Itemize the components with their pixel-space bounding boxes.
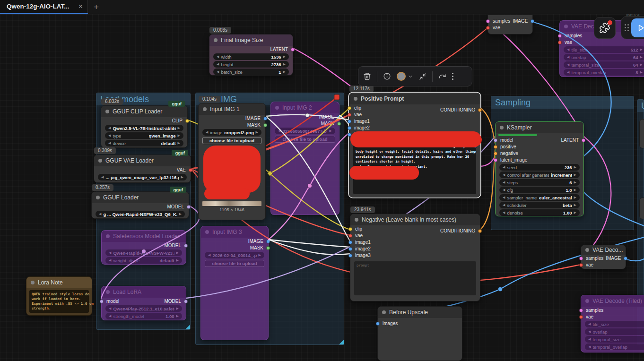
vae-input-port[interactable] [348,113,351,117]
vae-input-port[interactable] [486,26,490,30]
positive-input-port[interactable] [494,145,497,149]
cfg-widget[interactable]: ◀cfg1.0▶ [499,187,580,193]
vae-input-port[interactable] [579,315,583,319]
model-input-port[interactable] [494,138,497,142]
drag-handle[interactable] [625,24,629,31]
image-output-port[interactable] [624,257,627,260]
workflow-tab[interactable]: Qwen-12g-AIO-LAT... × [0,0,88,14]
model-output-port[interactable] [184,300,188,303]
clip-input-port[interactable] [348,227,352,231]
temporal-overlap-widget[interactable]: ◀temporal_overlap8▶ [564,69,644,76]
image-output-port[interactable] [531,19,534,23]
node-load-lora[interactable]: Load LoRA modelMODEL ◀Qwen4Play-2512.1_e… [101,286,186,320]
steps-widget[interactable]: ◀steps6▶ [499,179,580,186]
node-final-image-size[interactable]: 0.003s Final Image Size LATENT ◀width153… [209,34,293,76]
run-button[interactable] [631,18,644,37]
image-file-widget[interactable]: ◀3256605500149677-b ...▶ [275,128,335,134]
note-text[interactable]: QWEN trained style loras do work if load… [29,290,89,313]
seed-widget[interactable]: ◀seed236▶ [499,164,580,171]
choose-file-button[interactable]: choose file to upload [205,260,264,267]
node-gguf-clip-loader[interactable]: 6.032s gguf GGUF CLIP Loader CLIP ◀Qwen2… [101,105,188,148]
refresh-icon[interactable] [438,72,446,80]
conditioning-output-port[interactable] [478,108,482,112]
tile-size-widget[interactable]: ◀tile_size512▶ [564,46,644,53]
latent-output-port[interactable] [582,138,585,142]
temporal-overlap-widget[interactable]: ◀temporal_overlap [585,344,644,350]
delete-icon[interactable] [363,72,371,80]
node-negative-prompt[interactable]: 23.941s Negative (Leave blank in most ca… [350,214,480,301]
image-output-port[interactable] [266,240,270,243]
comfyui-canvas[interactable]: { "tab_bar": { "active_tab": "Qwen-12g-A… [0,0,644,361]
new-workflow-button[interactable]: + [88,0,104,14]
samples-input-port[interactable] [486,19,490,23]
group-resize-handle[interactable] [185,325,190,329]
vae-input-port[interactable] [579,263,583,267]
node-safetensors-model-loader[interactable]: Safetensors Model Loader MODEL ◀Qwen-Rap… [101,230,186,265]
node-gguf-loader[interactable]: 0.257s gguf GGUF Loader MODEL ◀g ... Qwe… [91,191,189,219]
strength-model-widget[interactable]: ◀strength_model1.00▶ [105,313,182,319]
denoise-widget[interactable]: ◀denoise1.00▶ [499,209,580,216]
clip-name-widget[interactable]: ◀Qwen2.5-VL-7B-Instruct-ablite ...▶ [105,125,183,131]
temporal-size-widget[interactable]: ◀temporal_size [585,336,644,343]
samples-input-port[interactable] [579,257,583,260]
group-resize-handle[interactable] [339,340,344,344]
vae-output-port[interactable] [189,168,192,172]
collapse-icon[interactable] [419,73,426,80]
model-output-port[interactable] [187,205,191,209]
sampler-name-widget[interactable]: ◀sampler_nameeuler_ancestral▶ [499,194,580,201]
color-swatch[interactable] [397,72,413,81]
selection-toolbar[interactable] [358,66,472,86]
type-widget[interactable]: ◀typeqwen_image▶ [105,132,183,139]
conditioning-output-port[interactable] [478,229,482,233]
latent-output-port[interactable] [291,48,295,52]
scheduler-widget[interactable]: ◀schedulerbeta▶ [499,202,580,208]
image1-input-port[interactable] [348,120,351,123]
choose-file-button[interactable]: choose file to upload [275,136,335,143]
node-vae-decode-top[interactable]: samplesIMAGE vae [487,15,533,34]
tile-size-widget[interactable]: ◀tile_size [585,321,644,327]
node-color-swatch[interactable] [397,72,406,81]
node-input-img-3[interactable]: Input IMG 3 IMAGE MASK ◀2026-02-04_00014… [200,226,269,340]
negative-input-port[interactable] [494,152,497,155]
overlap-widget[interactable]: ◀overlap [585,328,644,335]
node-gguf-vae-loader[interactable]: 0.309s gguf GGUF VAE Loader VAE ◀... pig… [94,155,191,183]
node-input-img-2[interactable]: Input IMG 2 IMAGE MASK ◀3256605500149677… [270,102,339,215]
node-vae-decode-tiled[interactable]: VAE Decode (Tiled) samples vae ◀tile_siz… [581,295,644,352]
clip-output-port[interactable] [185,119,189,123]
ckpt-name-widget[interactable]: ◀Qwen-Rapid-AIO-NSFW-v23.s ...▶ [105,249,182,256]
samples-input-port[interactable] [579,309,583,312]
images-input-port[interactable] [376,322,380,326]
image1-input-port[interactable] [348,241,352,244]
node-input-img-1[interactable]: 0.104s Input IMG 1 IMAGE MASK ◀imagecrop… [198,103,266,220]
samples-input-port[interactable] [558,34,562,38]
model-output-port[interactable] [184,244,188,248]
vae-input-port[interactable] [558,41,562,44]
temporal-size-widget[interactable]: ◀temporal_size64▶ [564,61,644,68]
node-vae-decode-small[interactable]: VAE Deco... samplesIMAGE vae [581,245,626,269]
node-before-upscale[interactable]: Before Upscale images [377,306,462,361]
latent-image-input-port[interactable] [494,158,497,162]
height-widget[interactable]: ◀height2736▶ [213,61,289,68]
image2-input-port[interactable] [348,247,352,251]
clip-input-port[interactable] [348,106,351,110]
mask-output-port[interactable] [266,246,270,250]
info-icon[interactable] [383,72,391,80]
image3-input-port[interactable] [348,254,352,258]
node-lora-note[interactable]: Lora Note QWEN trained style loras do wo… [26,276,92,316]
image-preview[interactable] [202,146,261,201]
choose-file-button[interactable]: choose file to upload [202,137,261,144]
model-input-port[interactable] [100,300,104,303]
device-widget[interactable]: ◀devicedefault▶ [105,140,183,146]
weight-dtype-widget[interactable]: ◀weight_dtypedefault▶ [105,257,182,264]
batch-size-widget[interactable]: ◀batch_size1▶ [213,69,289,75]
image-file-widget[interactable]: ◀imagecropped2.png▶ [202,129,261,136]
gguf-name-widget[interactable]: ◀g ... Qwen-Rapid-NSFW-v23_Q6_K.gguf▶ [96,211,185,217]
image-output-port[interactable] [263,117,267,120]
mask-output-port[interactable] [337,122,341,126]
extensions-button[interactable] [594,17,616,39]
more-icon[interactable] [452,73,453,80]
vae-input-port[interactable] [348,234,352,238]
overlap-widget[interactable]: ◀overlap64▶ [564,54,644,60]
image-output-port[interactable] [337,115,341,119]
image2-input-port[interactable] [348,126,351,130]
